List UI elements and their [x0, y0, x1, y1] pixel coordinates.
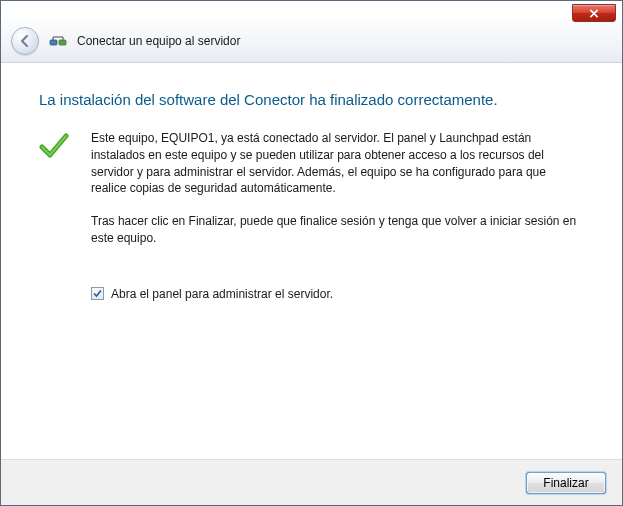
svg-rect-0 — [50, 40, 57, 45]
open-dashboard-checkbox[interactable] — [91, 287, 104, 300]
back-button[interactable] — [11, 27, 39, 55]
page-heading: La instalación del software del Conector… — [39, 91, 584, 108]
body-text: Este equipo, EQUIPO1, ya está conectado … — [91, 130, 584, 247]
wizard-title: Conectar un equipo al servidor — [77, 34, 240, 48]
finish-button[interactable]: Finalizar — [526, 472, 606, 494]
wizard-content: La instalación del software del Conector… — [1, 63, 622, 321]
connector-icon — [49, 32, 67, 50]
arrow-left-icon — [18, 34, 32, 48]
close-button[interactable] — [572, 4, 616, 22]
checkmark-icon — [92, 288, 103, 299]
paragraph-1: Este equipo, EQUIPO1, ya está conectado … — [91, 130, 584, 197]
wizard-header: Conectar un equipo al servidor — [1, 19, 622, 63]
paragraph-2: Tras hacer clic en Finalizar, puede que … — [91, 213, 584, 247]
titlebar — [1, 1, 622, 19]
svg-rect-1 — [59, 40, 66, 45]
success-checkmark-icon — [39, 132, 71, 164]
close-icon — [589, 9, 599, 18]
wizard-footer: Finalizar — [1, 459, 622, 505]
checkbox-label: Abra el panel para administrar el servid… — [111, 287, 333, 301]
